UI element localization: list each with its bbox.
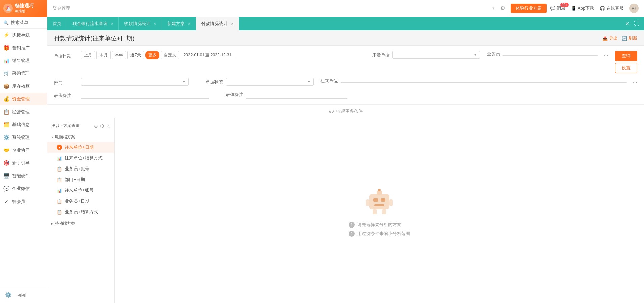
sidebar-item-basic-info[interactable]: 🗂️ 基础信息 — [0, 118, 47, 131]
messages-btn[interactable]: 💬 消息 99+ — [550, 5, 565, 11]
app-download-btn[interactable]: 📱 App下载 — [571, 5, 594, 11]
sidebar-item-purchase[interactable]: 🛒 采购管理 — [0, 67, 47, 80]
tab-new-plan-close[interactable]: × — [188, 22, 190, 26]
sidebar-item-marketing[interactable]: 🎁 营销推广 — [0, 41, 47, 54]
scheme-item-dept-date[interactable]: 📋 部门+日期 — [47, 174, 114, 185]
filter-row-2: 部门 ▾ 单据状态 ▾ 往来单位 ... — [54, 78, 637, 86]
scheme-item-salesperson-settlement[interactable]: 📋 业务员+结算方式 — [47, 207, 114, 217]
source-label: 来源单据 — [372, 52, 390, 58]
salesperson-more-btn[interactable]: ... — [604, 51, 608, 57]
tab-cash-flow[interactable]: 现金银行流水查询 × — [67, 17, 119, 30]
sidebar-item-enterprise[interactable]: 🤝 企业协同 — [0, 144, 47, 157]
counterpart-input[interactable] — [341, 80, 627, 83]
scheme-label: 往来单位+账号 — [65, 187, 94, 193]
sidebar-item-quick-nav[interactable]: ⚡ 快捷导航 — [0, 29, 47, 41]
collapse-more-btn[interactable]: ∧∧ 收起更多条件 — [328, 108, 363, 114]
sidebar-item-system[interactable]: ⚙️ 系统管理 — [0, 131, 47, 144]
sidebar-item-operations[interactable]: 📋 经营管理 — [0, 105, 47, 118]
topbar-settings-btn[interactable]: ⚙ — [498, 4, 507, 13]
search-menu-item[interactable]: 🔍 搜索菜单 — [0, 17, 47, 29]
doc-status-arrow: ▾ — [308, 80, 310, 84]
page-content: 付款情况统计(往来单位+日期) 📤 导出 🔄 刷新 单据日期 上月 — [47, 30, 644, 303]
sidebar-item-inventory[interactable]: 📦 库存核算 — [0, 80, 47, 93]
content-area: 按以下方案查询 ⊕ ⚙ ◁ ▾ 电脑端方案 ● 往来单位+日期 — [47, 118, 644, 303]
topbar: 资金管理 ▾ ⚙ 体验行业方案 💬 消息 99+ 📱 App下载 🎧 在线客服 … — [47, 0, 644, 17]
scheme-item-salesperson-account[interactable]: 📋 业务员+账号 — [47, 163, 114, 174]
enterprise-icon: 🤝 — [3, 147, 9, 153]
tab-collection-stats[interactable]: 收款情况统计 × — [119, 17, 162, 30]
main-area: 资金管理 ▾ ⚙ 体验行业方案 💬 消息 99+ 📱 App下载 🎧 在线客服 … — [47, 0, 644, 303]
tab-home[interactable]: 首页 — [47, 17, 67, 30]
counterpart-more-btn[interactable]: ... — [633, 78, 637, 84]
scheme-item-counterpart-date[interactable]: ● 往来单位+日期 — [47, 142, 114, 153]
sidebar-item-hardware[interactable]: 🖥️ 智能硬件 — [0, 170, 47, 182]
date-btn-custom[interactable]: 自定义 — [161, 51, 179, 59]
header-note-input[interactable] — [81, 91, 209, 99]
tab-collection-stats-close[interactable]: × — [154, 22, 156, 26]
user-avatar-btn[interactable]: Rit — [629, 4, 639, 13]
doc-status-select[interactable]: ▾ — [226, 78, 314, 86]
sidebar-item-label: 新手引导 — [12, 160, 30, 166]
dept-select[interactable]: ▾ — [81, 78, 189, 86]
tab-fullscreen-btn[interactable]: ⛶ — [633, 20, 641, 28]
date-label: 单据日期 — [54, 51, 81, 59]
sidebar-item-label: 企业微信 — [12, 186, 30, 192]
filter-date-content: 上月 本月 本年 近7天 更多 自定义 — [81, 51, 372, 59]
sidebar-item-sales[interactable]: 📊 销售管理 — [0, 54, 47, 67]
desktop-section-header[interactable]: ▾ 电脑端方案 — [47, 132, 114, 142]
tab-new-plan-label: 新建方案 — [167, 21, 185, 27]
empty-hint-1: 1 请先选择要分析的方案 — [349, 222, 410, 228]
collapse-scheme-btn[interactable]: ◁ — [107, 123, 110, 129]
sidebar-item-label: 系统管理 — [12, 134, 30, 141]
tab-new-plan[interactable]: 新建方案 × — [162, 17, 196, 30]
sidebar-item-wechat[interactable]: 💬 企业微信 — [0, 182, 47, 195]
scheme-item-counterpart-account[interactable]: 📊 往来单位+账号 — [47, 185, 114, 196]
date-btn-7days[interactable]: 近7天 — [127, 51, 144, 59]
brand-version: 标准版 — [15, 9, 34, 14]
topbar-dropdown-arrow[interactable]: ▾ — [492, 6, 495, 11]
date-btn-last-month[interactable]: 上月 — [81, 51, 95, 59]
date-btn-this-month[interactable]: 本月 — [96, 51, 111, 59]
export-btn[interactable]: 📤 导出 — [602, 35, 618, 41]
date-btn-more[interactable]: 更多 — [145, 51, 159, 59]
tabbar-controls: ✕ ⛶ — [620, 20, 644, 28]
svg-rect-6 — [366, 199, 369, 206]
scheme-panel-actions: ⊕ ⚙ ◁ — [94, 123, 110, 129]
tab-close-all-btn[interactable]: ✕ — [623, 20, 631, 28]
scheme-item-salesperson-date[interactable]: 📋 业务员+日期 — [47, 196, 114, 207]
query-btn[interactable]: 查询 — [615, 51, 637, 61]
sidebar-item-guide[interactable]: 🎯 新手引导 — [0, 157, 47, 170]
add-scheme-btn[interactable]: ⊕ — [94, 123, 98, 129]
date-range-input[interactable] — [182, 51, 236, 59]
export-icon: 📤 — [602, 36, 608, 41]
inventory-icon: 📦 — [3, 83, 9, 89]
refresh-btn[interactable]: 🔄 刷新 — [622, 35, 637, 41]
sidebar-item-label: 资金管理 — [12, 96, 30, 102]
trial-btn[interactable]: 体验行业方案 — [511, 4, 547, 13]
tab-cash-flow-close[interactable]: × — [111, 22, 113, 26]
scheme-settings-btn[interactable]: ⚙ — [100, 123, 105, 129]
settings-btn[interactable]: 设置 — [615, 63, 637, 73]
tab-payment-stats-close[interactable]: × — [231, 22, 233, 26]
data-area: 1 请先选择要分析的方案 2 用过滤条件来缩小分析范围 — [115, 118, 644, 303]
collapse-sidebar-btn[interactable]: ◀◀ — [16, 290, 26, 300]
online-service-btn[interactable]: 🎧 在线客服 — [599, 5, 624, 11]
scheme-item-counterpart-settlement[interactable]: 📊 往来单位+结算方式 — [47, 153, 114, 163]
system-icon: ⚙️ — [3, 134, 9, 141]
scheme-table-icon: 📋 — [57, 166, 62, 172]
messages-icon: 💬 — [550, 6, 555, 11]
operations-icon: 📋 — [3, 109, 9, 115]
date-btn-this-year[interactable]: 本年 — [112, 51, 126, 59]
mobile-section-header[interactable]: ▸ 移动端方案 — [47, 219, 114, 229]
sidebar-item-member[interactable]: ✓ 畅会员 — [0, 195, 47, 208]
body-note-input[interactable] — [246, 91, 347, 99]
salesperson-input[interactable] — [503, 53, 598, 56]
sidebar-header: 🐔 畅捷通巧 标准版 — [0, 0, 47, 17]
sidebar-item-finance[interactable]: 💰 资金管理 — [0, 93, 47, 105]
desktop-scheme-section: ▾ 电脑端方案 ● 往来单位+日期 📊 往来单位+结算方式 📋 业务员+账号 — [47, 132, 114, 217]
settings-footer-btn[interactable]: ⚙️ — [3, 290, 13, 300]
action-buttons: 查询 设置 — [615, 51, 637, 73]
empty-state: 1 请先选择要分析的方案 2 用过滤条件来缩小分析范围 — [349, 184, 410, 237]
source-select[interactable]: ▾ — [392, 51, 480, 59]
tab-payment-stats[interactable]: 付款情况统计 × — [196, 17, 239, 30]
